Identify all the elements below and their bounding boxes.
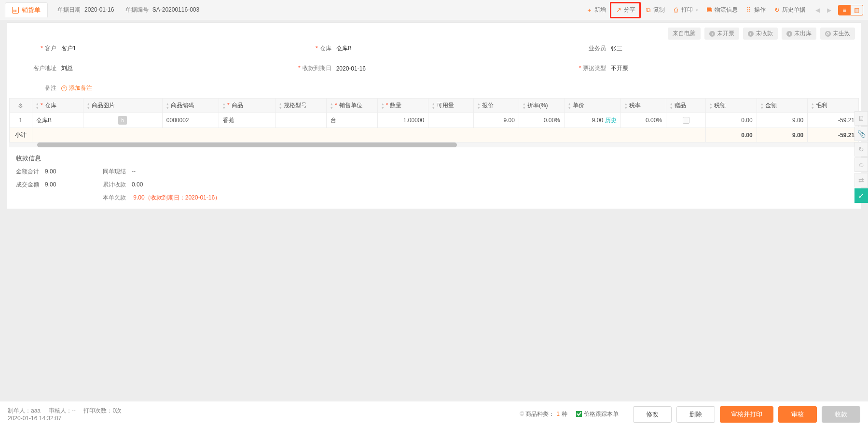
info-icon: i xyxy=(748,31,754,37)
delete-button[interactable]: 删除 xyxy=(676,406,715,423)
table-row[interactable]: 1 仓库B b 0000002 香蕉 台 1.00000 9.00 0.00% … xyxy=(10,113,859,128)
cash-settle: -- xyxy=(132,168,136,175)
deal-amount: 9.00 xyxy=(45,181,56,188)
rail-refresh-icon[interactable]: ↻ xyxy=(854,142,868,157)
rail-user-icon[interactable]: ☺ xyxy=(854,157,868,172)
rail-attach-icon[interactable]: 📎 xyxy=(854,127,868,141)
share-icon: ↗ xyxy=(615,6,622,14)
chevron-down-icon: ▾ xyxy=(696,8,698,13)
col-discount[interactable]: ▴▾折率(%) xyxy=(519,99,564,113)
table-horizontal-scrollbar[interactable] xyxy=(9,142,859,147)
operate-button[interactable]: ⠿操作 xyxy=(742,3,770,17)
doc-meta: 单据日期2020-01-16 单据编号SA-20200116-003 xyxy=(57,6,209,14)
col-code[interactable]: ▴▾商品编码 xyxy=(162,99,219,113)
edit-button[interactable]: 修改 xyxy=(633,406,672,423)
rail-swap-icon[interactable]: ⇄ xyxy=(854,173,868,187)
footer-meta: 制单人：aaa 审核人：-- 打印次数：0次 2020-01-16 14:32:… xyxy=(8,407,122,422)
history-icon: ↻ xyxy=(773,6,780,14)
receive-button[interactable]: 收款 xyxy=(822,406,860,423)
uninvoiced-pill[interactable]: i未开票 xyxy=(704,28,739,40)
col-price[interactable]: ▴▾单价 xyxy=(564,99,620,113)
due-value: 2020-01-16 xyxy=(336,65,366,72)
rail-expand-icon[interactable]: ⤢ xyxy=(854,188,868,203)
col-qty[interactable]: ▴▾数量 xyxy=(377,99,428,113)
audit-button[interactable]: 审核 xyxy=(778,406,817,423)
grid-icon: ⠿ xyxy=(745,6,752,14)
col-spec[interactable]: ▴▾规格型号 xyxy=(276,99,327,113)
row-discount: 0.00% xyxy=(519,113,564,128)
prev-doc-button[interactable]: ◀ xyxy=(812,5,823,15)
price-follow-checkbox[interactable]: 价格跟踪本单 xyxy=(576,410,619,418)
row-index: 1 xyxy=(10,113,32,128)
salesman-value: 张三 xyxy=(611,44,622,53)
view-list-button[interactable]: ≡ xyxy=(838,5,851,15)
top-toolbar: 销货单 单据日期2020-01-16 单据编号SA-20200116-003 ＋… xyxy=(0,0,868,20)
row-price: 9.00历史 xyxy=(564,113,620,128)
checked-icon xyxy=(576,411,582,417)
accumulated-received: 0.00 xyxy=(132,181,143,188)
subtotal-amount: 9.00 xyxy=(757,128,808,142)
plus-icon: ＋ xyxy=(586,6,592,14)
new-button[interactable]: ＋新增 xyxy=(582,3,610,17)
col-taxrate[interactable]: ▴▾税率 xyxy=(621,99,666,113)
invoice-type-label: 票据类型 xyxy=(571,64,606,72)
col-taxamt[interactable]: ▴▾税额 xyxy=(706,99,757,113)
product-image-placeholder[interactable]: b xyxy=(118,116,127,125)
col-image[interactable]: ▴▾商品图片 xyxy=(83,99,162,113)
col-quote[interactable]: ▴▾报价 xyxy=(474,99,519,113)
doc-tab[interactable]: 销货单 xyxy=(5,2,48,17)
col-warehouse[interactable]: ▴▾仓库 xyxy=(32,99,83,113)
row-unit: 台 xyxy=(327,113,378,128)
rail-note-icon[interactable]: 🗎 xyxy=(854,111,868,126)
audit-print-button[interactable]: 审核并打印 xyxy=(720,406,773,423)
view-grid-button[interactable]: ▥ xyxy=(851,5,863,15)
next-doc-button[interactable]: ▶ xyxy=(824,5,834,15)
customer-value: 客户1 xyxy=(61,44,76,53)
row-qty: 1.00000 xyxy=(377,113,428,128)
subtotal-profit: -59.21 xyxy=(808,128,859,142)
sales-order-icon xyxy=(12,7,19,14)
footer-datetime: 2020-01-16 14:32:07 xyxy=(8,414,122,422)
copy-icon: ⧉ xyxy=(645,6,651,14)
salesman-label: 业务员 xyxy=(571,44,606,53)
logistics-button[interactable]: ⛟物流信息 xyxy=(702,3,742,17)
addr-label: 客户地址 xyxy=(22,64,56,72)
items-table: ⚙ ▴▾仓库 ▴▾商品图片 ▴▾商品编码 ▴▾商品 ▴▾规格型号 ▴▾销售单位 … xyxy=(9,98,859,142)
gift-checkbox[interactable] xyxy=(683,117,689,124)
unpaid-pill[interactable]: i未收款 xyxy=(743,28,778,40)
doc-date: 2020-01-16 xyxy=(84,6,114,13)
warehouse-value: 仓库B xyxy=(336,44,352,53)
forbid-icon: ⊘ xyxy=(825,31,831,37)
total-amount: 9.00 xyxy=(45,168,56,175)
subtotal-label: 小计 xyxy=(10,128,32,142)
copy-button[interactable]: ⧉复制 xyxy=(641,3,669,17)
inactive-pill[interactable]: ⊘未生效 xyxy=(820,28,855,40)
history-button[interactable]: ↻历史单据 xyxy=(770,3,809,17)
col-available[interactable]: ▴▾可用量 xyxy=(428,99,474,113)
footer-bar: 制单人：aaa 审核人：-- 打印次数：0次 2020-01-16 14:32:… xyxy=(0,401,868,427)
col-amount[interactable]: ▴▾金额 xyxy=(757,99,808,113)
col-profit[interactable]: ▴▾毛利 xyxy=(808,99,859,113)
payment-section: 收款信息 金额合计9.00 同单现结-- 成交金额9.00 累计收款0.00 本… xyxy=(7,147,861,207)
col-unit[interactable]: ▴▾销售单位 xyxy=(327,99,378,113)
print-icon: ⎙ xyxy=(673,6,679,14)
document-card: 来自电脑 i未开票 i未收款 i未出库 ⊘未生效 客户客户1 仓库仓库B 业务员… xyxy=(7,22,861,209)
print-button[interactable]: ⎙打印▾ xyxy=(669,3,702,17)
row-taxrate: 0.00% xyxy=(621,113,666,128)
customer-label: 客户 xyxy=(22,44,56,53)
unshipped-pill[interactable]: i未出库 xyxy=(782,28,816,40)
row-quote: 9.00 xyxy=(474,113,519,128)
col-product[interactable]: ▴▾商品 xyxy=(219,99,276,113)
owed-amount: 9.00（收款到期日：2020-01-16） xyxy=(133,194,220,201)
col-gift[interactable]: ▴▾赠品 xyxy=(666,99,705,113)
settings-column-header[interactable]: ⚙ xyxy=(10,99,32,113)
price-history-link[interactable]: 历史 xyxy=(605,117,617,124)
share-button[interactable]: ↗分享 xyxy=(610,2,641,18)
doc-tab-label: 销货单 xyxy=(22,6,41,14)
addr-value: 刘总 xyxy=(61,64,73,72)
row-available xyxy=(428,113,474,128)
row-taxamt: 0.00 xyxy=(706,113,757,128)
doc-number: SA-20200116-003 xyxy=(152,6,199,13)
add-note-button[interactable]: +添加备注 xyxy=(61,84,92,92)
kinds-count: 1 xyxy=(556,411,560,417)
